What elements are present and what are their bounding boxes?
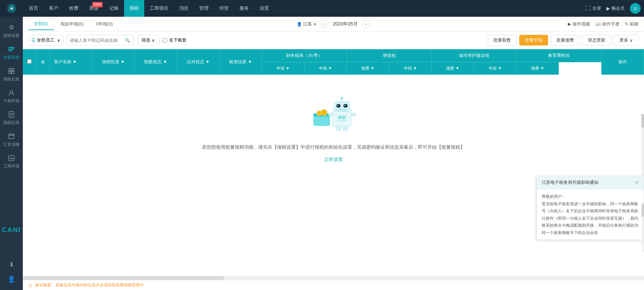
fullscreen-btn[interactable]: ⛶ 全屏 [586,5,601,11]
th-tax-nature[interactable]: 纳税性质 ▼ [92,49,135,75]
account-checkbox[interactable] [163,38,167,43]
notification-scrollbar-thumb[interactable] [642,204,644,217]
region-selector[interactable]: 👤 江苏 ∨ [297,21,317,27]
nav-settings[interactable]: 设置 [254,0,274,17]
batch-pay-btn[interactable]: 批量缴费 [551,35,580,46]
sidebar-item-annual-report[interactable]: 工商年报 [0,151,23,172]
svg-rect-39 [339,117,341,118]
notification-close-btn[interactable]: ✕ [635,180,639,185]
batch-fetch-btn[interactable]: 批量取数 [488,35,517,46]
tab-all[interactable]: 全部(0) [28,18,54,30]
search-icon[interactable]: 🔍 [125,38,130,43]
sidebar-item-batch-tax[interactable]: 批量报税 [0,42,23,64]
warning-icon: ⚠ [28,283,33,288]
th-customer-name[interactable]: 客户名称 ▼ [50,49,92,75]
current-month: 2023年05月 [333,21,358,27]
staff-selector[interactable]: ☰ 全部员工 ∨ [28,35,63,46]
nav-service[interactable]: 服务 [234,0,254,17]
search-input[interactable] [70,38,123,43]
sidebar-download[interactable]: ⬇ [0,257,23,272]
svg-point-24 [318,112,321,115]
tax-overview-icon [7,67,15,75]
th-fetch-status[interactable]: 取数状态 ▼ [135,49,177,75]
svg-rect-30 [343,104,347,107]
tab-tax-declare[interactable]: 税款申报(0) [55,18,89,30]
user-avatar[interactable]: U [630,3,641,14]
nav-menu: 首页 客户 收费 票据 NEW 记账 报税 工商项目 消息 管理 经营 服务 设… [23,0,586,17]
th-operation: 操作 [601,49,644,75]
nav-home[interactable]: 首页 [23,0,44,17]
nav-customer[interactable]: 客户 [44,0,64,17]
nav-operate[interactable]: 经营 [214,0,234,17]
sidebar-item-tax-overview[interactable]: 报税总览 [0,64,23,85]
nav-tax[interactable]: 报税 [124,0,144,17]
app-logo[interactable] [3,2,20,15]
th-fr-declare[interactable]: 申报 ▼ [262,62,305,75]
sidebar-user[interactable]: 👤 [0,272,23,287]
th-edu-pay[interactable]: 缴费 ▼ [517,62,559,75]
status-text: 验证账密、采集信息均成功的企业才会流转至批量报税页面中 [35,282,144,288]
search-box[interactable]: 🔍 [67,35,134,46]
next-month-btn[interactable]: › [362,20,370,28]
svg-rect-2 [8,47,14,48]
notification-header: 江苏电子税务局升级影响通知 ✕ [537,176,644,189]
notification-text: 尊敬的用户： [542,194,566,199]
tax-records-icon [7,111,15,119]
svg-rect-35 [351,113,356,116]
empty-description: 若您想使用批量报税功能，请先在【报税设置】中进行报税的初始化设置，完成密码验证和… [202,143,465,151]
filter-button[interactable]: 筛选 ∨ [137,35,159,46]
svg-rect-37 [343,126,348,131]
svg-rect-8 [12,71,14,74]
settlement-icon [7,132,15,140]
prev-month-btn[interactable]: ‹ [321,20,329,28]
th-city-pay[interactable]: 缴费 ▼ [432,62,474,75]
nav-manage[interactable]: 管理 [194,0,214,17]
right-scrollbar-thumb[interactable] [641,114,644,128]
nav-invoice[interactable]: 票据 NEW [84,0,104,17]
sidebar-item-tax-settings[interactable]: ⚙ 报税设置 [0,20,23,42]
svg-rect-38 [337,115,347,122]
th-vat-pay[interactable]: 缴费 ▼ [347,62,389,75]
bottom-scrollbar-thumb[interactable] [23,276,224,280]
sidebar-item-personal-tax[interactable]: 个税申报 [0,85,23,107]
nav-bookkeeping[interactable]: 记账 [104,0,124,17]
member-btn[interactable]: ▶ 畅会员 [606,5,625,11]
tab-zero-declare[interactable]: 0申报(0) [91,18,118,30]
bottom-scrollbar[interactable] [23,276,644,280]
setup-link[interactable]: 立即设置 [324,157,343,163]
svg-rect-31 [337,105,338,106]
tax-settings-icon: ⚙ [7,23,15,31]
th-compare-status[interactable]: 比对状态 ▼ [177,49,220,75]
content-area: 全部(0) 税款申报(0) 0申报(0) 👤 江苏 ∨ ‹ 2023年05月 › [23,17,644,290]
svg-rect-4 [8,50,12,51]
more-btn[interactable]: 更多 ∨ [614,35,639,46]
th-vat: 增值税 [347,49,432,62]
sidebar-item-settlement[interactable]: 汇算清缴 [0,129,23,151]
nav-fee[interactable]: 收费 [64,0,84,17]
svg-rect-29 [336,104,340,107]
operation-manual-btn[interactable]: 📖 操作手册 [595,21,620,27]
refresh-btn[interactable]: ↻ 刷新 [625,21,639,27]
notification-scrollbar[interactable] [642,202,644,252]
sidebar-item-tax-records[interactable]: 报税记录 [0,107,23,129]
th-vat-declare[interactable]: 申报 ▼ [304,62,347,75]
more-dropdown-icon: ∨ [630,38,633,43]
operation-video-btn[interactable]: ▶ 操作视频 [568,21,590,27]
th-city-tax: 城市维护建设税 [432,49,517,62]
select-all-checkbox[interactable] [27,59,32,64]
svg-point-9 [10,90,13,93]
download-icon: ⬇ [7,261,15,269]
th-gear[interactable]: ⚙ [36,49,50,75]
th-check-result[interactable]: 检查结果 ▼ [219,49,262,75]
batch-report-btn[interactable]: 批量申报 [519,35,548,46]
th-edu-declare[interactable]: 申报 ▼ [474,62,517,75]
toolbar-right: 批量取数 批量申报 批量缴费 状态更新 更多 ∨ [488,35,639,46]
svg-rect-6 [12,68,14,71]
th-city-declare[interactable]: 申报 ▼ [389,62,432,75]
new-badge: NEW [92,2,103,7]
svg-point-1 [11,7,13,9]
status-update-btn[interactable]: 状态更新 [582,35,611,46]
nav-message[interactable]: 消息 [174,0,194,17]
account-checkbox-label[interactable]: 名下账套 [163,37,186,43]
nav-commerce[interactable]: 工商项目 [144,0,174,17]
